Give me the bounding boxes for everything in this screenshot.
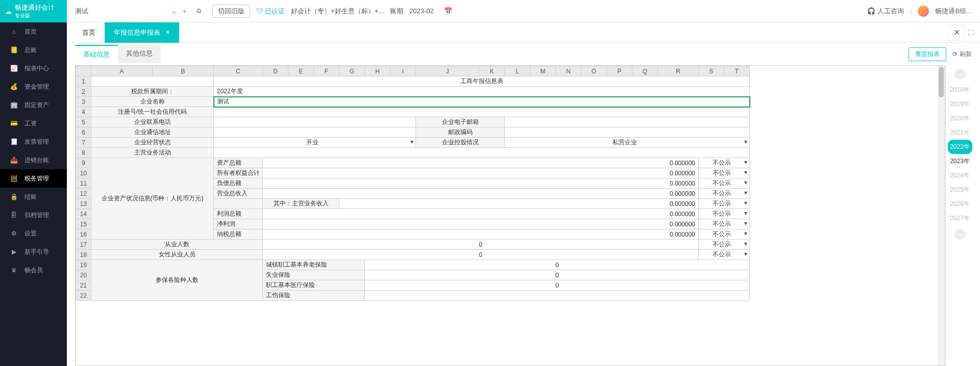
publish-select[interactable]: 不公示 bbox=[699, 229, 750, 240]
sidebar-item-11[interactable]: ⚙设置 bbox=[0, 224, 67, 243]
year-option[interactable]: 2026年 bbox=[948, 197, 972, 211]
address-input[interactable] bbox=[214, 127, 416, 138]
metric-value[interactable]: 0.000000 bbox=[263, 168, 699, 178]
settings-icon[interactable]: ⚙ bbox=[196, 7, 202, 15]
tab-annual-report[interactable]: 年报信息申报表 ✕ bbox=[105, 22, 179, 43]
metric-value[interactable]: 0.000000 bbox=[263, 219, 699, 229]
subtab-other-info[interactable]: 其他信息 bbox=[118, 45, 161, 63]
employee-count-value[interactable]: 0 bbox=[263, 240, 699, 250]
company-name-input[interactable]: 测试 bbox=[214, 97, 750, 107]
sidebar-item-7[interactable]: 📥进销台账 bbox=[0, 151, 67, 169]
row-header[interactable]: 9 bbox=[76, 158, 91, 168]
column-header[interactable]: G bbox=[339, 66, 365, 76]
year-up-icon[interactable]: ˄ bbox=[954, 68, 966, 80]
insurance-value[interactable]: 0 bbox=[365, 270, 750, 280]
scrollbar-thumb[interactable] bbox=[939, 67, 944, 97]
publish-select[interactable]: 不公示 bbox=[699, 168, 750, 178]
female-count-value[interactable]: 0 bbox=[263, 250, 699, 260]
row-header[interactable]: 3 bbox=[76, 97, 91, 107]
sidebar-item-6[interactable]: 🧾发票管理 bbox=[0, 133, 67, 151]
avatar[interactable] bbox=[918, 6, 929, 17]
corner-cell[interactable] bbox=[76, 66, 91, 76]
company-selector[interactable]: 测试 ⌄ bbox=[75, 7, 177, 16]
column-header[interactable]: Q bbox=[632, 66, 658, 76]
column-header[interactable]: P bbox=[607, 66, 632, 76]
row-header[interactable]: 16 bbox=[76, 229, 91, 240]
row-header[interactable]: 15 bbox=[76, 219, 91, 229]
period-value[interactable]: 2023-02 bbox=[409, 7, 434, 15]
sidebar-item-10[interactable]: 🗄归档管理 bbox=[0, 206, 67, 224]
row-header[interactable]: 2 bbox=[76, 87, 91, 97]
year-option[interactable]: 2019年 bbox=[948, 97, 972, 111]
column-header[interactable]: H bbox=[365, 66, 390, 76]
customer-service-link[interactable]: 🎧 人工咨询 bbox=[867, 7, 904, 16]
publish-select[interactable]: 不公示 bbox=[699, 189, 750, 199]
column-header[interactable]: R bbox=[658, 66, 699, 76]
switch-old-version-button[interactable]: 切回旧版 bbox=[212, 5, 250, 18]
column-header[interactable]: O bbox=[581, 66, 607, 76]
column-header[interactable]: L bbox=[505, 66, 530, 76]
column-header[interactable]: F bbox=[314, 66, 339, 76]
insurance-value[interactable]: 0 bbox=[365, 280, 750, 291]
holding-select[interactable]: 私营企业 bbox=[505, 138, 750, 148]
blank-cell[interactable] bbox=[91, 76, 214, 87]
row-header[interactable]: 22 bbox=[76, 291, 91, 301]
reg-code-input[interactable] bbox=[214, 107, 750, 117]
year-option[interactable]: 2020年 bbox=[948, 111, 972, 125]
row-header[interactable]: 20 bbox=[76, 270, 91, 280]
year-option[interactable]: 2018年 bbox=[948, 83, 972, 97]
email-input[interactable] bbox=[505, 117, 750, 127]
subtab-basic-info[interactable]: 基础信息 bbox=[75, 45, 118, 63]
column-header[interactable]: E bbox=[288, 66, 314, 76]
column-header[interactable]: M bbox=[530, 66, 556, 76]
refresh-button[interactable]: ⟳ 刷新 bbox=[952, 50, 972, 59]
metric-value[interactable]: 0.000000 bbox=[339, 199, 699, 209]
publish-select[interactable]: 不公示 bbox=[699, 158, 750, 168]
row-header[interactable]: 4 bbox=[76, 107, 91, 117]
metric-value[interactable]: 0.000000 bbox=[263, 158, 699, 168]
column-header[interactable]: B bbox=[153, 66, 214, 76]
close-all-tabs-button[interactable]: ✕ bbox=[948, 24, 965, 41]
metric-value[interactable]: 0.000000 bbox=[263, 189, 699, 199]
sidebar-item-12[interactable]: ▶新手引导 bbox=[0, 243, 67, 261]
row-header[interactable]: 12 bbox=[76, 189, 91, 199]
row-header[interactable]: 11 bbox=[76, 178, 91, 189]
row-header[interactable]: 10 bbox=[76, 168, 91, 178]
main-biz-input[interactable] bbox=[214, 148, 750, 158]
row-header[interactable]: 7 bbox=[76, 138, 91, 148]
column-header[interactable]: K bbox=[479, 66, 505, 76]
close-icon[interactable]: ✕ bbox=[165, 29, 170, 36]
publish-select[interactable]: 不公示 bbox=[699, 219, 750, 229]
row-header[interactable]: 17 bbox=[76, 240, 91, 250]
calendar-icon[interactable]: 📅 bbox=[444, 7, 452, 15]
row-header[interactable]: 6 bbox=[76, 127, 91, 138]
reset-report-button[interactable]: 重置报表 bbox=[909, 47, 946, 61]
phone-input[interactable] bbox=[214, 117, 416, 127]
publish-select[interactable]: 不公示 bbox=[699, 240, 750, 250]
fullscreen-icon[interactable]: ⛶ bbox=[968, 29, 974, 36]
column-header[interactable]: J bbox=[416, 66, 479, 76]
sidebar-item-4[interactable]: 🏢固定资产 bbox=[0, 96, 67, 114]
insurance-value[interactable] bbox=[365, 291, 750, 301]
sidebar-item-13[interactable]: ♛畅会员 bbox=[0, 261, 67, 279]
row-header[interactable]: 19 bbox=[76, 260, 91, 270]
publish-select[interactable]: 不公示 bbox=[699, 250, 750, 260]
vertical-scrollbar[interactable] bbox=[938, 66, 945, 365]
spreadsheet[interactable]: ABCDEFGHIJKLMNOPQRST 1工商年报信息表2税款所属期间：202… bbox=[75, 65, 945, 366]
metric-value[interactable]: 0.000000 bbox=[263, 229, 699, 240]
add-company-icon[interactable]: ＋ bbox=[181, 7, 188, 16]
year-option[interactable]: 2027年 bbox=[948, 211, 972, 225]
insurance-value[interactable]: 0 bbox=[365, 260, 750, 270]
row-header[interactable]: 8 bbox=[76, 148, 91, 158]
year-down-icon[interactable]: ˅ bbox=[954, 228, 966, 240]
biz-status-select[interactable]: 开业 bbox=[214, 138, 416, 148]
year-option[interactable]: 2023年 bbox=[948, 154, 972, 168]
sidebar-item-2[interactable]: 📈报表中心 bbox=[0, 59, 67, 77]
postcode-input[interactable] bbox=[505, 127, 750, 138]
metric-value[interactable]: 0.000000 bbox=[263, 209, 699, 219]
sidebar-item-1[interactable]: 📒总账 bbox=[0, 41, 67, 59]
sidebar-item-5[interactable]: 💳工资 bbox=[0, 114, 67, 133]
row-header[interactable]: 18 bbox=[76, 250, 91, 260]
column-header[interactable]: S bbox=[699, 66, 724, 76]
year-option[interactable]: 2025年 bbox=[948, 182, 972, 197]
